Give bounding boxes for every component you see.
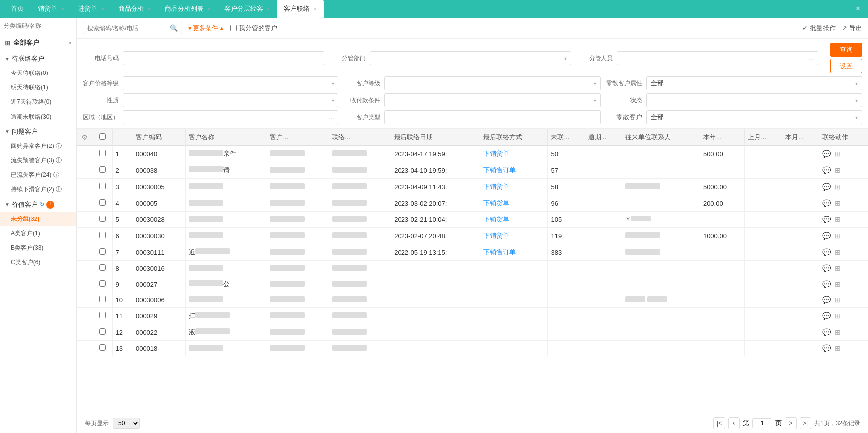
row-checkbox[interactable] (99, 296, 106, 302)
sidebar-item-unclassified[interactable]: 未分组(32) (0, 212, 76, 226)
search-icon[interactable]: 🔍 (170, 24, 178, 32)
settings-icon[interactable]: ⚙ (81, 133, 88, 141)
collapse-arrow-icon[interactable]: « (68, 40, 71, 46)
chat-icon[interactable]: 💬 (822, 296, 831, 304)
sidebar-item-class-b[interactable]: B类客户(33) (0, 241, 76, 255)
customer-level-select[interactable]: ▾ (384, 76, 600, 90)
tab-customer-tier[interactable]: 客户分层经客 × (217, 0, 277, 18)
sidebar-item-overdue[interactable]: 逾期未联络(30) (0, 110, 76, 124)
chat-icon[interactable]: 💬 (822, 344, 831, 352)
tab-customer-contact[interactable]: 客户联络 × (277, 0, 324, 18)
contact-method-link[interactable]: 下销货单 (483, 232, 509, 239)
close-window-icon[interactable]: × (852, 4, 864, 13)
chat-icon[interactable]: 💬 (822, 248, 831, 256)
td-check[interactable] (93, 261, 112, 276)
sidebar-item-declining[interactable]: 持续下滑客户(2) ⓘ (0, 182, 76, 197)
tab-purchase[interactable]: 进货单 × (71, 0, 111, 18)
row-checkbox[interactable] (99, 199, 106, 206)
first-page-btn[interactable]: |< (713, 417, 725, 429)
chat-icon[interactable]: 💬 (822, 232, 831, 240)
tab-close-sales[interactable]: × (61, 6, 64, 12)
tab-sales[interactable]: 销货单 × (31, 0, 71, 18)
contact-method-link[interactable]: 下销货单 (483, 199, 509, 207)
contact-method-link[interactable]: 下销货单 (483, 183, 509, 190)
td-check[interactable] (93, 146, 112, 162)
grid-action-icon[interactable]: ⊞ (835, 344, 841, 352)
row-checkbox[interactable] (99, 232, 106, 238)
contact-method-link[interactable]: 下销货单 (483, 216, 509, 223)
region-input[interactable]: … (123, 110, 338, 124)
sidebar-item-today[interactable]: 今天待联络(0) (0, 66, 76, 80)
tab-close-purchase[interactable]: × (101, 6, 104, 12)
grid-action-icon[interactable]: ⊞ (835, 296, 841, 304)
per-page-select[interactable]: 50 20 100 (113, 418, 140, 429)
row-checkbox[interactable] (99, 312, 106, 318)
phone-input[interactable] (123, 51, 324, 65)
chat-icon[interactable]: 💬 (822, 150, 831, 158)
sidebar-item-class-c[interactable]: C类客户(6) (0, 255, 76, 270)
price-level-select[interactable]: ▾ (123, 76, 338, 90)
td-check[interactable] (93, 292, 112, 308)
chat-icon[interactable]: 💬 (822, 199, 831, 207)
search-input[interactable] (87, 25, 170, 32)
status-select[interactable]: ▾ (646, 93, 862, 107)
dept-select[interactable]: ▾ (370, 51, 571, 65)
customer-type-select[interactable] (384, 110, 600, 124)
td-check[interactable] (93, 228, 112, 244)
td-check[interactable] (93, 341, 112, 356)
grid-action-icon[interactable]: ⊞ (835, 280, 841, 288)
row-checkbox[interactable] (99, 183, 106, 189)
nature-select[interactable]: ▾ (123, 93, 338, 107)
grid-action-icon[interactable]: ⊞ (835, 328, 841, 336)
my-customers-check[interactable] (230, 25, 237, 31)
grid-action-icon[interactable]: ⊞ (835, 199, 841, 207)
contact-method-link[interactable]: 下销售订单 (483, 248, 516, 256)
row-checkbox[interactable] (99, 166, 106, 173)
tab-close-customer-contact[interactable]: × (314, 6, 317, 12)
td-check[interactable] (93, 212, 112, 228)
more-conditions-toggle[interactable]: ▾ 更多条件 ▲ (188, 24, 224, 33)
payment-select[interactable]: ▾ (384, 93, 600, 107)
person-input[interactable]: … (617, 51, 818, 65)
grid-action-icon[interactable]: ⊞ (835, 248, 841, 256)
td-check[interactable] (93, 276, 112, 292)
prev-page-btn[interactable]: < (728, 417, 740, 429)
row-checkbox[interactable] (99, 248, 106, 255)
batch-operation-btn[interactable]: ✓ 批量操作 (802, 24, 836, 33)
tab-close-customer-tier[interactable]: × (267, 6, 270, 12)
search-box[interactable]: 🔍 (83, 22, 182, 34)
sidebar-search-input[interactable] (4, 22, 77, 29)
page-input[interactable] (752, 418, 772, 428)
row-checkbox[interactable] (99, 150, 106, 156)
sidebar-item-churn-warning[interactable]: 流失预警客户(3) ⓘ (0, 153, 76, 168)
sidebar-search-box[interactable]: 🔍 (0, 18, 76, 34)
td-check[interactable] (93, 308, 112, 324)
td-check[interactable] (93, 244, 112, 261)
sidebar-item-7days[interactable]: 近7天待联络(0) (0, 95, 76, 109)
tab-close-product-list[interactable]: × (207, 6, 210, 12)
td-check[interactable] (93, 195, 112, 212)
contact-method-link[interactable]: 下销售订单 (483, 166, 516, 174)
reset-button[interactable]: 设置 (830, 59, 862, 73)
sidebar-item-abnormal[interactable]: 回购异常客户(2) ⓘ (0, 139, 76, 153)
row-checkbox[interactable] (99, 344, 106, 351)
contact-method-link[interactable]: 下销货单 (483, 150, 509, 157)
chat-icon[interactable]: 💬 (822, 166, 831, 174)
grid-action-icon[interactable]: ⊞ (835, 183, 841, 191)
chat-icon[interactable]: 💬 (822, 312, 831, 320)
all-customers-header[interactable]: ⊞ 全部客户 « (0, 34, 76, 51)
my-customers-checkbox[interactable]: 我分管的客户 (230, 24, 277, 33)
select-all-checkbox[interactable] (99, 133, 106, 140)
section-problem-customers[interactable]: ▼ 问题客户 (0, 124, 76, 139)
sidebar-item-class-a[interactable]: A类客户(1) (0, 226, 76, 241)
last-page-btn[interactable]: >| (800, 417, 811, 429)
chat-icon[interactable]: 💬 (822, 328, 831, 336)
td-check[interactable] (93, 324, 112, 341)
grid-action-icon[interactable]: ⊞ (835, 216, 841, 223)
refresh-icon[interactable]: ↻ (40, 201, 44, 208)
section-pending-contact[interactable]: ▼ 待联络客户 (0, 51, 76, 66)
row-checkbox[interactable] (99, 216, 106, 222)
grid-action-icon[interactable]: ⊞ (835, 150, 841, 158)
grid-action-icon[interactable]: ⊞ (835, 264, 841, 272)
chat-icon[interactable]: 💬 (822, 264, 831, 272)
